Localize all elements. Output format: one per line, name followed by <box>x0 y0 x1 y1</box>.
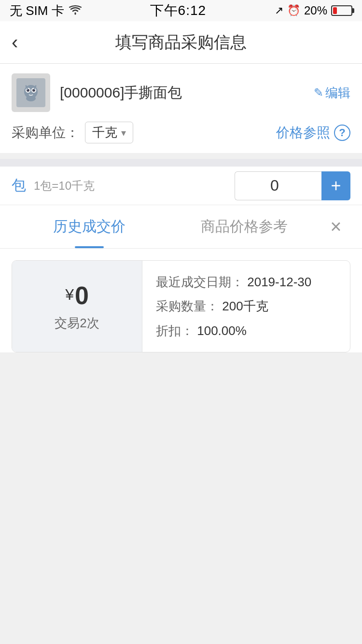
quantity-input[interactable] <box>235 171 321 200</box>
edit-label: 编辑 <box>325 84 350 101</box>
product-header: [0000006]手撕面包 ✎ 编辑 <box>12 73 350 112</box>
tab-active-indicator <box>75 246 104 248</box>
product-left: [0000006]手撕面包 <box>12 73 182 112</box>
trade-discount-value: 100.00% <box>197 323 247 338</box>
section-divider <box>0 159 362 167</box>
tabs-bar: 历史成交价 商品价格参考 × <box>0 205 362 249</box>
status-right: ↗ ⏰ 20% <box>275 4 352 17</box>
trade-price: ¥ 0 <box>65 281 89 310</box>
battery-icon <box>331 5 352 16</box>
trade-count: 交易2次 <box>55 315 99 332</box>
trade-date-label: 最近成交日期： <box>156 275 244 289</box>
unit-value: 千克 <box>92 124 117 141</box>
network-label: 无 SIM 卡 <box>10 2 64 19</box>
trade-card: ¥ 0 交易2次 最近成交日期： 2019-12-30 采购数量： 200千克 … <box>12 260 350 352</box>
status-bar: 无 SIM 卡 下午6:12 ↗ ⏰ 20% <box>0 0 362 21</box>
svg-point-5 <box>26 96 36 101</box>
tab-product-label: 商品价格参考 <box>201 217 288 237</box>
quantity-unit: 包 <box>12 176 26 196</box>
tab-history-price[interactable]: 历史成交价 <box>12 205 167 248</box>
product-unit-row: 采购单位： 千克 ▾ 价格参照 ? <box>12 122 350 143</box>
trade-qty-row: 采购数量： 200千克 <box>156 297 336 315</box>
battery-percent: 20% <box>304 4 327 17</box>
product-image <box>16 78 45 107</box>
quantity-plus-button[interactable]: + <box>321 171 350 200</box>
help-icon: ? <box>334 125 350 141</box>
bottom-panel: 历史成交价 商品价格参考 × ¥ 0 交易2次 最近成交日期： 2019-12-… <box>0 205 362 352</box>
quantity-input-group: + <box>235 171 350 200</box>
trade-qty-value: 200千克 <box>222 299 268 313</box>
tab-history-label: 历史成交价 <box>53 217 125 237</box>
status-time: 下午6:12 <box>150 1 207 20</box>
trade-card-left: ¥ 0 交易2次 <box>12 261 142 352</box>
tab-product-price[interactable]: 商品价格参考 <box>167 205 321 248</box>
price-reference-button[interactable]: 价格参照 ? <box>276 124 350 142</box>
back-button[interactable]: ‹ <box>12 31 18 53</box>
status-left: 无 SIM 卡 <box>10 2 82 19</box>
quantity-conversion: 1包=10千克 <box>34 178 95 194</box>
trade-discount-label: 折扣： <box>156 323 194 338</box>
trade-date-row: 最近成交日期： 2019-12-30 <box>156 273 336 291</box>
close-panel-button[interactable]: × <box>321 216 350 238</box>
product-name: [0000006]手撕面包 <box>60 83 182 103</box>
quantity-left: 包 1包=10千克 <box>12 176 95 196</box>
quantity-section: 包 1包=10千克 + <box>0 167 362 205</box>
edit-icon: ✎ <box>314 86 323 99</box>
trade-date-value: 2019-12-30 <box>247 275 311 289</box>
product-thumbnail <box>12 73 50 112</box>
trade-discount-row: 折扣： 100.00% <box>156 322 336 339</box>
unit-label: 采购单位： 千克 ▾ <box>12 122 133 143</box>
edit-button[interactable]: ✎ 编辑 <box>314 84 350 101</box>
unit-arrow-icon: ▾ <box>121 127 126 139</box>
page-title: 填写商品采购信息 <box>115 31 247 54</box>
alarm-icon: ⏰ <box>287 4 300 17</box>
trade-price-symbol: ¥ <box>65 286 74 304</box>
product-section: [0000006]手撕面包 ✎ 编辑 采购单位： 千克 ▾ 价格参照 ? <box>0 64 362 153</box>
unit-selector[interactable]: 千克 ▾ <box>85 122 133 143</box>
price-ref-label: 价格参照 <box>276 124 330 142</box>
trade-card-right: 最近成交日期： 2019-12-30 采购数量： 200千克 折扣： 100.0… <box>142 261 350 352</box>
nav-bar: ‹ 填写商品采购信息 <box>0 21 362 64</box>
location-icon: ↗ <box>275 4 283 17</box>
unit-text: 采购单位： <box>12 124 79 142</box>
trade-price-value: 0 <box>75 281 89 310</box>
trade-qty-label: 采购数量： <box>156 299 219 313</box>
wifi-icon <box>69 3 82 18</box>
